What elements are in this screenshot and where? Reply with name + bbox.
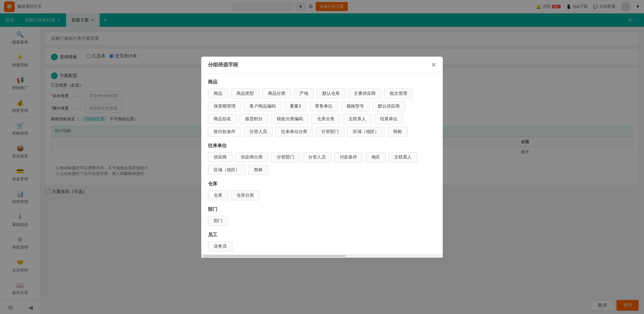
- field-tag[interactable]: 批次管理: [384, 88, 413, 99]
- field-tag[interactable]: 收付款条件: [208, 127, 241, 137]
- modal-header: 分组待选字段 ✕: [201, 57, 443, 74]
- field-group-warehouse: 仓库 仓库 仓库分类: [208, 181, 436, 200]
- field-tag[interactable]: 商品: [208, 88, 228, 99]
- modal-hscroll-thumb: [203, 255, 346, 257]
- field-tag[interactable]: 商品分类: [262, 88, 291, 99]
- field-tag[interactable]: 结算单位: [374, 114, 403, 124]
- field-tag[interactable]: 默认仓库: [317, 88, 345, 99]
- field-group-warehouse-title: 仓库: [208, 181, 436, 187]
- field-tag[interactable]: 零售单位: [309, 101, 338, 111]
- field-tag[interactable]: 仓库: [208, 190, 228, 200]
- field-tags-employee: 业务员: [208, 241, 436, 251]
- field-tags-partner: 供应商 供应商分类 分管部门 分管人员 付款条件 地区 主联系人 区域（地区） …: [208, 152, 436, 175]
- field-tag[interactable]: 产地: [294, 88, 314, 99]
- field-group-goods-title: 商品: [208, 79, 436, 85]
- field-tag[interactable]: 区域（地区）: [208, 165, 246, 175]
- field-tag[interactable]: 分管人员: [244, 127, 273, 137]
- field-tag[interactable]: 仓库分类: [311, 114, 340, 124]
- field-tag[interactable]: 客户商品编码: [244, 101, 281, 111]
- modal-overlay[interactable]: 分组待选字段 ✕ 商品 商品 商品类型 商品分类 产地 默认仓库 主要供应商 批…: [0, 0, 644, 314]
- modal-title: 分组待选字段: [208, 62, 238, 68]
- field-tag[interactable]: 重量3: [284, 101, 307, 111]
- field-tag[interactable]: 主联系人: [343, 114, 372, 124]
- field-tags-goods: 商品 商品类型 商品分类 产地 默认仓库 主要供应商 批次管理 保质期管理 客户…: [208, 88, 436, 137]
- field-group-employee: 员工 业务员: [208, 232, 436, 251]
- modal-close-btn[interactable]: ✕: [431, 61, 436, 69]
- field-tag[interactable]: 分管部门: [271, 152, 300, 162]
- field-group-department-title: 部门: [208, 206, 436, 212]
- field-tag[interactable]: 部门: [208, 216, 228, 226]
- field-tags-warehouse: 仓库 仓库分类: [208, 190, 436, 200]
- field-tags-department: 部门: [208, 216, 436, 226]
- field-tag[interactable]: 仓库分类: [231, 190, 260, 200]
- field-tag[interactable]: 保质期管理: [208, 101, 241, 111]
- field-selection-modal: 分组待选字段 ✕ 商品 商品 商品类型 商品分类 产地 默认仓库 主要供应商 批…: [201, 57, 443, 258]
- field-tag[interactable]: 主要供应商: [348, 88, 381, 99]
- field-tag[interactable]: 区域（地区）: [347, 127, 385, 137]
- field-tag[interactable]: 简称: [248, 165, 268, 175]
- field-group-partner: 往来单位 供应商 供应商分类 分管部门 分管人员 付款条件 地区 主联系人 区域…: [208, 143, 436, 175]
- field-group-goods: 商品 商品 商品类型 商品分类 产地 默认仓库 主要供应商 批次管理 保质期管理…: [208, 79, 436, 137]
- field-tag[interactable]: 分管部门: [316, 127, 344, 137]
- field-tag[interactable]: 往来单位分类: [275, 127, 313, 137]
- field-group-department: 部门 部门: [208, 206, 436, 226]
- field-tag[interactable]: 业务员: [208, 241, 232, 251]
- field-tag[interactable]: 付款条件: [334, 152, 363, 162]
- field-tag[interactable]: 税收分类编码: [271, 114, 309, 124]
- field-tag[interactable]: 规格型号: [341, 101, 370, 111]
- field-group-employee-title: 员工: [208, 232, 436, 238]
- field-tag[interactable]: 简称: [387, 127, 408, 137]
- modal-body[interactable]: 商品 商品 商品类型 商品分类 产地 默认仓库 主要供应商 批次管理 保质期管理…: [201, 74, 443, 254]
- field-tag[interactable]: 地区: [366, 152, 386, 162]
- field-tag[interactable]: 供应商: [208, 152, 232, 162]
- modal-horizontal-scrollbar[interactable]: [201, 254, 443, 258]
- field-tag[interactable]: 分管人员: [303, 152, 331, 162]
- field-tag[interactable]: 供应商分类: [235, 152, 268, 162]
- field-tag[interactable]: 主联系人: [388, 152, 417, 162]
- field-tag[interactable]: 默认供应商: [372, 101, 406, 111]
- field-tag[interactable]: 商品别名: [208, 114, 237, 124]
- field-tag[interactable]: 商品类型: [231, 88, 260, 99]
- field-tag[interactable]: 炼货积分: [239, 114, 268, 124]
- field-group-partner-title: 往来单位: [208, 143, 436, 149]
